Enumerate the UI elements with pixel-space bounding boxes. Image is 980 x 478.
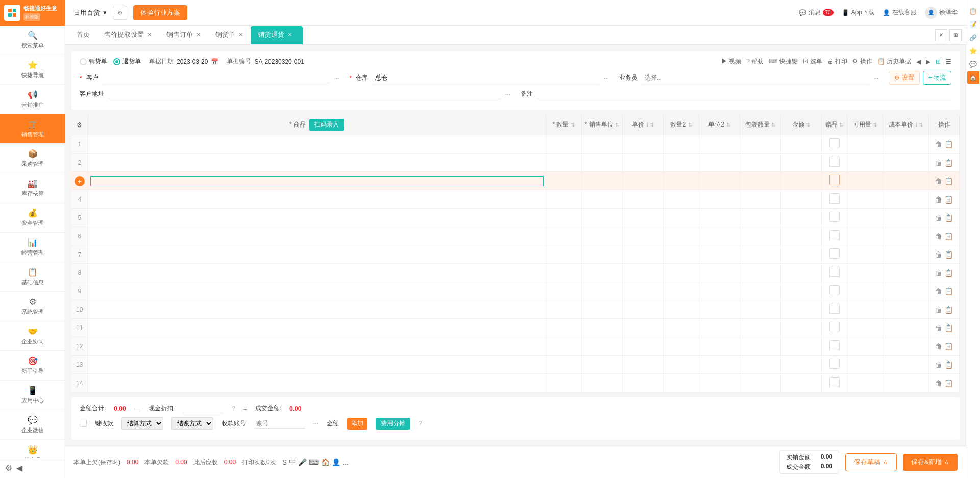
calendar-icon[interactable]: 📅 xyxy=(211,58,218,65)
copy-r10[interactable]: 📋 xyxy=(944,306,953,314)
grid-view-icon[interactable]: ⊞ xyxy=(936,58,941,65)
sidebar-item-inventory[interactable]: 🏭 库存核算 xyxy=(0,173,65,203)
qty2-sort-icon[interactable]: ⇅ xyxy=(688,122,692,128)
calc-help-icon[interactable]: ? xyxy=(232,405,235,412)
summary-method-select[interactable]: 结账方式 xyxy=(172,417,213,430)
tab-sale-order[interactable]: 销售订单 ✕ xyxy=(159,26,208,44)
copy-r14[interactable]: 📋 xyxy=(944,379,953,387)
logistics-button[interactable]: + 物流 xyxy=(923,71,951,85)
row-3-product-input[interactable] xyxy=(90,176,544,186)
copy-row-2-button[interactable]: 📋 xyxy=(944,159,953,167)
row-1-pkg[interactable] xyxy=(740,135,781,154)
tab-sale-return[interactable]: 销货退货 ✕ xyxy=(251,26,303,44)
barcode-scan-button[interactable]: 扫码录入 xyxy=(309,119,344,131)
nav-prev-icon[interactable]: ◀ xyxy=(916,58,921,65)
delete-r14[interactable]: 🗑 xyxy=(935,379,942,387)
th-settings[interactable]: ⚙ xyxy=(71,115,88,135)
delete-row-3-button[interactable]: 🗑 xyxy=(935,177,942,185)
row-3-product[interactable] xyxy=(88,172,546,190)
discount-input[interactable] xyxy=(183,404,224,413)
row-1-qty[interactable] xyxy=(546,135,581,154)
radio-sale-goods[interactable]: 销货单 xyxy=(80,57,107,66)
row-3-pkg[interactable] xyxy=(740,172,781,190)
sidebar-item-corp[interactable]: 🤝 企业协同 xyxy=(0,321,65,351)
row-3-qty2[interactable] xyxy=(664,172,699,190)
select-btn[interactable]: ☑ 选单 xyxy=(803,57,822,66)
unit-sort-icon[interactable]: ⇅ xyxy=(615,122,619,128)
copy-r8[interactable]: 📋 xyxy=(944,269,953,277)
row-3-avail[interactable] xyxy=(847,172,883,190)
tab-sale-order-close[interactable]: ✕ xyxy=(196,31,201,38)
address-dots-icon[interactable]: ··· xyxy=(505,91,510,98)
row-2-pkg[interactable] xyxy=(740,154,781,172)
price-sort-icon[interactable]: ⇅ xyxy=(650,122,654,128)
nav-next-icon[interactable]: ▶ xyxy=(926,58,930,65)
remark-input[interactable] xyxy=(537,89,951,99)
sidebar-item-quicknav[interactable]: ⭐ 快捷导航 xyxy=(0,55,65,85)
sidebar-item-sales[interactable]: 🛒 销售管理 xyxy=(0,114,65,144)
delete-r8[interactable]: 🗑 xyxy=(935,269,942,277)
video-btn[interactable]: ▶ 视频 xyxy=(721,57,741,66)
gift-sort-icon[interactable]: ⇅ xyxy=(839,122,843,128)
delete-r5[interactable]: 🗑 xyxy=(935,214,942,222)
delete-row-1-button[interactable]: 🗑 xyxy=(935,140,942,148)
rs-icon-3[interactable]: 🔗 xyxy=(967,32,979,44)
row-2-price[interactable] xyxy=(623,154,664,172)
app-download-button[interactable]: 📱 App下载 xyxy=(842,8,874,17)
row-1-amount[interactable] xyxy=(781,135,822,154)
delete-r13[interactable]: 🗑 xyxy=(935,361,942,369)
print-btn[interactable]: 🖨 打印 xyxy=(827,57,847,66)
sidebar-item-search[interactable]: 🔍 搜索菜单 xyxy=(0,26,65,55)
doc-settings-button[interactable]: ⚙ 设置 xyxy=(889,71,919,85)
fee-split-button[interactable]: 费用分摊 xyxy=(376,418,410,430)
cost-sort-icon[interactable]: ⇅ xyxy=(919,122,923,128)
row-1-unit[interactable] xyxy=(581,135,622,154)
account-input[interactable] xyxy=(254,419,305,429)
staff-input[interactable] xyxy=(642,72,869,83)
rs-icon-5[interactable]: 💬 xyxy=(967,58,979,70)
pkg-sort-icon[interactable]: ⇅ xyxy=(771,122,775,128)
sidebar-collapse-icon[interactable]: ◀ xyxy=(16,463,22,473)
calc-method-select[interactable]: 结算方式 xyxy=(121,417,163,430)
row-2-cost[interactable] xyxy=(883,154,929,172)
history-btn[interactable]: 📋 历史单据 xyxy=(877,57,911,66)
copy-r13[interactable]: 📋 xyxy=(944,361,953,369)
radio-return[interactable]: 退货单 xyxy=(113,57,141,66)
one-click-pay-check[interactable]: 一键收款 xyxy=(80,419,113,428)
copy-row-3-button[interactable]: 📋 xyxy=(944,177,953,185)
tab-sale-return-close[interactable]: ✕ xyxy=(287,31,292,38)
daily-goods-selector[interactable]: 日用百货 ▾ xyxy=(74,8,107,17)
row-2-product[interactable] xyxy=(88,154,546,172)
sidebar-item-guide[interactable]: 🎯 新手引导 xyxy=(0,351,65,381)
row-2-unit[interactable] xyxy=(581,154,622,172)
customer-input[interactable] xyxy=(103,72,330,83)
address-input[interactable] xyxy=(108,89,501,99)
account-dots-icon[interactable]: ··· xyxy=(313,420,318,427)
row-2-unit2[interactable] xyxy=(699,154,740,172)
copy-r6[interactable]: 📋 xyxy=(944,232,953,240)
copy-row-1-button[interactable]: 📋 xyxy=(944,140,953,148)
tab-sale-price-close[interactable]: ✕ xyxy=(147,31,152,38)
copy-r12[interactable]: 📋 xyxy=(944,342,953,350)
copy-r5[interactable]: 📋 xyxy=(944,214,953,222)
sidebar-item-ops[interactable]: 📊 经营管理 xyxy=(0,233,65,262)
rs-icon-2[interactable]: 📝 xyxy=(967,18,979,31)
warehouse-input[interactable] xyxy=(372,72,600,83)
row-2-qty[interactable] xyxy=(546,154,581,172)
header-settings-button[interactable]: ⚙ xyxy=(113,6,127,20)
row-3-amount[interactable] xyxy=(781,172,822,190)
row-3-cost[interactable] xyxy=(883,172,929,190)
row-1-gift[interactable] xyxy=(822,135,847,154)
operation-btn[interactable]: ⚙ 操作 xyxy=(852,57,872,66)
row-1-product[interactable] xyxy=(88,135,546,154)
one-click-pay-checkbox[interactable] xyxy=(80,420,87,427)
delete-r7[interactable]: 🗑 xyxy=(935,250,942,259)
row-3-unit2[interactable] xyxy=(699,172,740,190)
copy-r9[interactable]: 📋 xyxy=(944,287,953,295)
message-button[interactable]: 💬 消息 70 xyxy=(799,8,834,17)
row-2-amount[interactable] xyxy=(781,154,822,172)
tab-expand-button[interactable]: ⊞ xyxy=(949,29,962,41)
row-3-unit[interactable] xyxy=(581,172,622,190)
tab-sale-price[interactable]: 售价提取设置 ✕ xyxy=(97,26,159,44)
delete-r4[interactable]: 🗑 xyxy=(935,195,942,204)
